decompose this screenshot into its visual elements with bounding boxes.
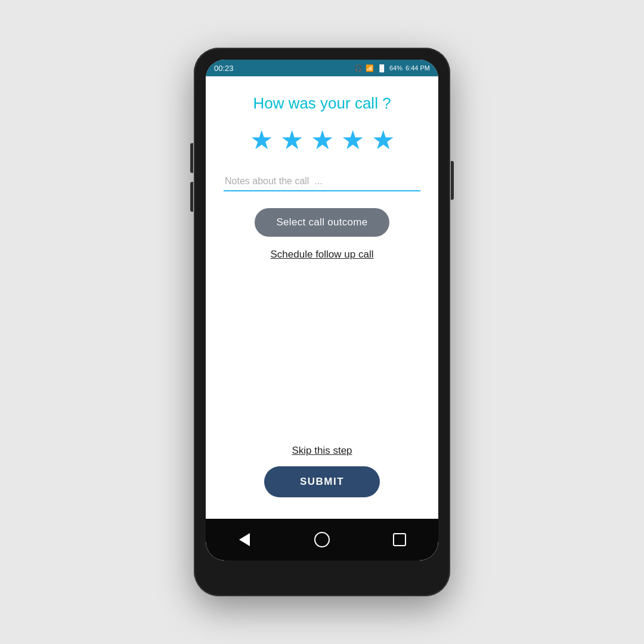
- star-rating[interactable]: ★ ★ ★ ★ ★: [250, 127, 395, 153]
- screen-content: How was your call ? ★ ★ ★ ★ ★ Select cal…: [206, 76, 438, 519]
- back-icon: [239, 533, 250, 546]
- page-title: How was your call ?: [253, 94, 391, 113]
- select-outcome-button[interactable]: Select call outcome: [255, 208, 389, 237]
- vol-up-button[interactable]: [190, 143, 193, 173]
- signal-icon: ▐▌: [377, 64, 386, 72]
- star-4[interactable]: ★: [341, 127, 364, 153]
- status-bar: 00:23 🎧 📶 ▐▌ 64% 6:44 PM: [206, 60, 438, 76]
- headphone-icon: 🎧: [354, 64, 363, 72]
- star-1[interactable]: ★: [250, 127, 273, 153]
- battery-icon: 64%: [389, 64, 402, 72]
- system-time: 6:44 PM: [405, 64, 430, 72]
- star-2[interactable]: ★: [280, 127, 304, 153]
- call-timer: 00:23: [214, 64, 234, 73]
- vol-down-button[interactable]: [190, 182, 193, 212]
- notes-input[interactable]: [224, 172, 420, 191]
- home-icon: [314, 532, 330, 547]
- star-3[interactable]: ★: [311, 127, 334, 153]
- submit-button[interactable]: SUBMIT: [264, 466, 380, 497]
- schedule-followup-button[interactable]: Schedule follow up call: [271, 249, 374, 261]
- notes-container: [224, 172, 420, 191]
- star-5[interactable]: ★: [371, 127, 395, 153]
- phone-screen: 00:23 🎧 📶 ▐▌ 64% 6:44 PM How was your ca…: [206, 60, 438, 561]
- wifi-icon: 📶: [366, 64, 374, 72]
- home-button[interactable]: [310, 528, 334, 552]
- back-button[interactable]: [233, 528, 256, 552]
- recents-button[interactable]: [388, 528, 411, 552]
- recents-icon: [393, 533, 406, 546]
- phone-frame: 00:23 🎧 📶 ▐▌ 64% 6:44 PM How was your ca…: [194, 48, 450, 596]
- power-button[interactable]: [451, 161, 454, 200]
- navigation-bar: [206, 519, 438, 561]
- status-icons: 🎧 📶 ▐▌ 64% 6:44 PM: [354, 64, 430, 72]
- skip-step-button[interactable]: Skip this step: [292, 445, 352, 457]
